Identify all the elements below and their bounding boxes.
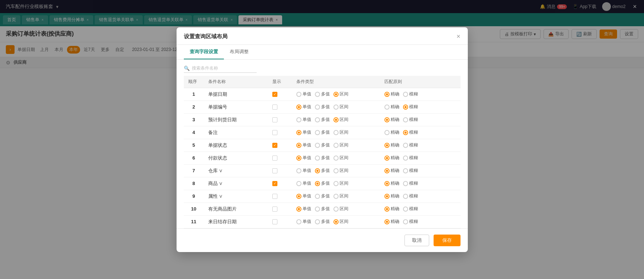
radio-type-区间[interactable]: 区间: [333, 206, 348, 212]
radio-type-单值[interactable]: 单值: [296, 117, 311, 123]
radio-type-区间[interactable]: 区间: [333, 155, 348, 161]
radio-circle[interactable]: [315, 219, 320, 224]
tab-layout[interactable]: 布局调整: [224, 45, 254, 59]
radio-circle[interactable]: [333, 219, 339, 224]
cell-display[interactable]: [268, 190, 292, 203]
radio-circle[interactable]: [296, 143, 301, 148]
display-checkbox[interactable]: [272, 156, 277, 161]
radio-type-多值[interactable]: 多值: [315, 142, 330, 148]
radio-circle[interactable]: [315, 130, 320, 135]
radio-circle[interactable]: [384, 143, 390, 148]
radio-circle[interactable]: [315, 92, 320, 97]
radio-match-精确[interactable]: 精确: [384, 193, 399, 199]
radio-circle[interactable]: [296, 219, 301, 224]
radio-type-多值[interactable]: 多值: [315, 104, 330, 110]
radio-match-模糊[interactable]: 模糊: [403, 206, 418, 212]
radio-type-单值[interactable]: 单值: [296, 104, 311, 110]
radio-circle[interactable]: [384, 181, 390, 186]
radio-match-模糊[interactable]: 模糊: [403, 117, 418, 123]
modal-close-button[interactable]: ×: [457, 33, 461, 40]
radio-type-区间[interactable]: 区间: [333, 129, 348, 135]
radio-type-单值[interactable]: 单值: [296, 180, 311, 186]
radio-match-精确[interactable]: 精确: [384, 129, 399, 135]
radio-type-多值[interactable]: 多值: [315, 155, 330, 161]
radio-circle[interactable]: [333, 194, 339, 199]
radio-match-模糊[interactable]: 模糊: [403, 193, 418, 199]
cell-display[interactable]: [268, 101, 292, 113]
radio-circle[interactable]: [384, 156, 390, 161]
display-checkbox[interactable]: [272, 105, 277, 110]
radio-type-多值[interactable]: 多值: [315, 129, 330, 135]
display-checkbox[interactable]: [272, 143, 277, 148]
radio-circle[interactable]: [296, 181, 301, 186]
radio-type-多值[interactable]: 多值: [315, 168, 330, 174]
display-checkbox[interactable]: [272, 181, 277, 186]
radio-type-多值[interactable]: 多值: [315, 193, 330, 199]
radio-type-区间[interactable]: 区间: [333, 104, 348, 110]
radio-match-模糊[interactable]: 模糊: [403, 104, 418, 110]
radio-match-模糊[interactable]: 模糊: [403, 91, 418, 97]
cell-display[interactable]: [268, 152, 292, 164]
radio-circle[interactable]: [403, 130, 408, 135]
radio-circle[interactable]: [403, 194, 408, 199]
display-checkbox[interactable]: [272, 207, 277, 212]
radio-type-单值[interactable]: 单值: [296, 206, 311, 212]
cell-display[interactable]: [268, 164, 292, 177]
radio-circle[interactable]: [403, 143, 408, 148]
radio-type-区间[interactable]: 区间: [333, 180, 348, 186]
radio-circle[interactable]: [315, 168, 320, 173]
save-button[interactable]: 保存: [434, 235, 461, 246]
radio-match-精确[interactable]: 精确: [384, 155, 399, 161]
radio-match-精确[interactable]: 精确: [384, 206, 399, 212]
radio-match-精确[interactable]: 精确: [384, 219, 399, 225]
radio-circle[interactable]: [296, 156, 301, 161]
radio-circle[interactable]: [384, 219, 390, 224]
radio-circle[interactable]: [333, 207, 339, 212]
radio-circle[interactable]: [296, 194, 301, 199]
display-checkbox[interactable]: [272, 130, 277, 135]
radio-circle[interactable]: [333, 130, 339, 135]
tab-query-fields[interactable]: 查询字段设置: [184, 45, 224, 59]
radio-circle[interactable]: [315, 117, 320, 122]
radio-circle[interactable]: [296, 130, 301, 135]
radio-match-模糊[interactable]: 模糊: [403, 180, 418, 186]
radio-match-模糊[interactable]: 模糊: [403, 129, 418, 135]
radio-circle[interactable]: [333, 92, 339, 97]
radio-circle[interactable]: [315, 207, 320, 212]
radio-circle[interactable]: [403, 92, 408, 97]
radio-circle[interactable]: [333, 143, 339, 148]
radio-type-单值[interactable]: 单值: [296, 142, 311, 148]
radio-type-单值[interactable]: 单值: [296, 219, 311, 225]
radio-match-模糊[interactable]: 模糊: [403, 168, 418, 174]
cell-display[interactable]: [268, 203, 292, 215]
radio-type-单值[interactable]: 单值: [296, 91, 311, 97]
radio-circle[interactable]: [384, 207, 390, 212]
radio-circle[interactable]: [296, 207, 301, 212]
radio-circle[interactable]: [333, 117, 339, 122]
radio-circle[interactable]: [333, 181, 339, 186]
radio-circle[interactable]: [384, 105, 390, 110]
radio-circle[interactable]: [315, 143, 320, 148]
radio-type-区间[interactable]: 区间: [333, 193, 348, 199]
search-input[interactable]: [192, 66, 250, 71]
radio-type-多值[interactable]: 多值: [315, 117, 330, 123]
radio-type-区间[interactable]: 区间: [333, 168, 348, 174]
radio-match-精确[interactable]: 精确: [384, 180, 399, 186]
radio-circle[interactable]: [403, 219, 408, 224]
radio-circle[interactable]: [315, 105, 320, 110]
cell-display[interactable]: [268, 113, 292, 126]
radio-circle[interactable]: [315, 156, 320, 161]
radio-circle[interactable]: [315, 194, 320, 199]
radio-match-模糊[interactable]: 模糊: [403, 155, 418, 161]
radio-match-精确[interactable]: 精确: [384, 168, 399, 174]
radio-type-单值[interactable]: 单值: [296, 155, 311, 161]
display-checkbox[interactable]: [272, 92, 277, 97]
display-checkbox[interactable]: [272, 117, 277, 122]
radio-type-区间[interactable]: 区间: [333, 219, 348, 225]
radio-match-模糊[interactable]: 模糊: [403, 142, 418, 148]
radio-match-模糊[interactable]: 模糊: [403, 219, 418, 225]
cell-display[interactable]: [268, 177, 292, 190]
radio-circle[interactable]: [384, 194, 390, 199]
radio-circle[interactable]: [403, 181, 408, 186]
radio-type-区间[interactable]: 区间: [333, 117, 348, 123]
